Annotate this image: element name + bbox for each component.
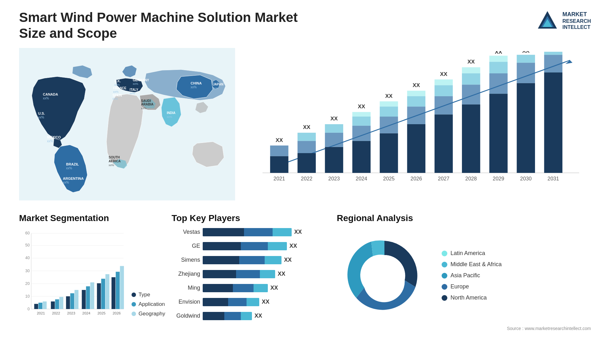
latin-america-label: Latin America (451, 250, 485, 257)
svg-rect-46 (325, 147, 343, 173)
geography-dot (132, 312, 136, 316)
players-container: Top Key Players Vestas XX (172, 213, 330, 334)
svg-rect-78 (489, 56, 508, 62)
type-dot (132, 293, 136, 297)
legend-north-america: North America (442, 294, 502, 301)
svg-text:XX: XX (440, 71, 448, 77)
player-row: Vestas XX (172, 228, 330, 236)
player-xx: XX (289, 243, 297, 249)
svg-text:0: 0 (27, 307, 30, 311)
svg-text:xx%: xx% (114, 83, 120, 86)
svg-text:2024: 2024 (356, 176, 367, 181)
page-title: Smart Wind Power Machine Solution Market… (19, 10, 305, 42)
player-bar-wrap: XX (203, 298, 330, 306)
svg-rect-71 (462, 84, 480, 104)
svg-text:CANADA: CANADA (43, 92, 58, 96)
player-row: Ming XX (172, 284, 330, 292)
svg-text:SPAIN: SPAIN (112, 94, 122, 97)
svg-rect-57 (380, 106, 398, 117)
svg-rect-44 (297, 133, 316, 141)
seg-legend-application: Application (132, 301, 165, 307)
svg-rect-42 (297, 153, 316, 173)
svg-rect-47 (325, 133, 343, 147)
bottom-section: Market Segmentation (19, 213, 591, 334)
europe-label: Europe (451, 283, 469, 290)
regional-title: Regional Analysis (337, 213, 591, 223)
svg-rect-127 (86, 286, 90, 309)
svg-text:40: 40 (25, 256, 30, 260)
middle-east-africa-dot (442, 262, 447, 267)
svg-rect-40 (270, 145, 288, 156)
svg-text:GERMANY: GERMANY (133, 78, 149, 82)
svg-text:2025: 2025 (98, 311, 105, 315)
svg-text:2028: 2028 (465, 176, 477, 181)
svg-text:xx%: xx% (130, 92, 135, 95)
svg-text:2023: 2023 (328, 176, 340, 181)
svg-text:MEXICO: MEXICO (47, 135, 61, 139)
player-row: Envision XX (172, 298, 330, 306)
svg-rect-39 (270, 156, 288, 173)
svg-rect-84 (544, 72, 563, 173)
svg-text:xx%: xx% (47, 139, 53, 143)
svg-text:2025: 2025 (383, 176, 395, 181)
player-row: GE XX (172, 242, 330, 250)
svg-text:SOUTH: SOUTH (109, 156, 120, 159)
svg-rect-132 (105, 274, 109, 309)
svg-text:FRANCE: FRANCE (113, 86, 126, 90)
svg-rect-73 (462, 67, 480, 73)
svg-text:30: 30 (25, 268, 30, 273)
svg-rect-65 (435, 114, 453, 173)
svg-text:ARABIA: ARABIA (141, 103, 153, 106)
svg-rect-119 (55, 299, 59, 309)
player-xx: XX (254, 313, 262, 319)
svg-text:2030: 2030 (520, 176, 532, 181)
svg-rect-85 (544, 55, 563, 72)
seg-legend-geography: Geography (132, 311, 165, 317)
svg-text:AFRICA: AFRICA (109, 159, 121, 163)
seg-legend-type: Type (132, 292, 165, 298)
svg-text:XX: XX (467, 58, 475, 65)
north-america-dot (442, 295, 447, 301)
svg-text:XX: XX (275, 137, 283, 143)
svg-rect-60 (407, 124, 425, 173)
svg-text:2026: 2026 (410, 176, 422, 181)
player-name: Vestas (172, 229, 200, 235)
svg-rect-136 (120, 266, 124, 309)
player-bar-wrap: XX (203, 270, 330, 278)
trend-chart-svg: XX XX XX XX (245, 51, 591, 197)
map-container: CANADA xx% U.S. xx% MEXICO xx% BRAZIL xx… (19, 48, 235, 200)
svg-rect-61 (407, 106, 425, 124)
svg-rect-82 (517, 55, 535, 63)
svg-rect-128 (90, 282, 94, 309)
svg-rect-77 (489, 62, 508, 73)
svg-text:XX: XX (522, 51, 530, 54)
svg-rect-70 (462, 104, 480, 173)
donut-chart (337, 228, 432, 323)
svg-text:20: 20 (25, 281, 30, 286)
svg-text:2027: 2027 (438, 176, 449, 181)
svg-rect-131 (101, 279, 105, 309)
svg-text:XX: XX (303, 124, 311, 130)
player-name: Ming (172, 285, 200, 291)
svg-text:2021: 2021 (37, 311, 45, 315)
svg-text:2022: 2022 (52, 311, 60, 315)
svg-text:XX: XX (330, 115, 338, 122)
player-bar-wrap: XX (203, 228, 330, 236)
svg-text:xx%: xx% (213, 87, 218, 90)
asia-pacific-label: Asia Pacific (451, 272, 480, 279)
middle-east-africa-label: Middle East & Africa (451, 261, 502, 268)
europe-dot (442, 284, 447, 290)
player-bar-wrap: XX (203, 284, 330, 292)
player-xx: XX (284, 257, 292, 263)
player-name: Simens (172, 257, 200, 263)
svg-rect-76 (489, 73, 508, 94)
player-bar (203, 228, 292, 236)
player-bar (203, 270, 275, 278)
player-name: GE (172, 243, 200, 249)
svg-rect-86 (544, 52, 563, 55)
svg-rect-115 (38, 303, 42, 309)
segmentation-chart-svg: 0 10 20 30 40 50 60 2021 (19, 228, 125, 323)
svg-rect-48 (325, 124, 343, 133)
svg-text:xx%: xx% (43, 97, 49, 100)
svg-text:CHINA: CHINA (191, 81, 202, 85)
